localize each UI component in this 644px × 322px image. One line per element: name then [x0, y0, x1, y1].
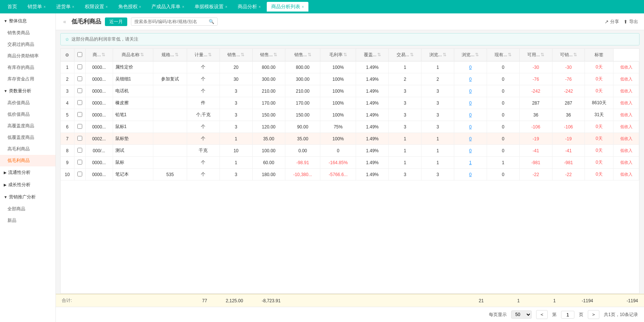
nav-home[interactable]: 首页	[3, 2, 22, 12]
row-checkbox[interactable]	[74, 157, 85, 169]
page-size-select[interactable]: 50 100	[511, 310, 532, 319]
row-browse1[interactable]: 0	[454, 121, 487, 133]
th-qty[interactable]: 销售...⇅	[220, 49, 252, 61]
sidebar-group-quantity[interactable]: ▼ 类数量分析	[0, 85, 55, 97]
row-coverage: 3	[389, 85, 422, 97]
next-page-btn[interactable]: ＞	[588, 310, 599, 319]
nav-permissions-close[interactable]: ×	[106, 5, 108, 9]
export-action[interactable]: ⬆ 导出	[624, 19, 638, 25]
sidebar-item-all-goods[interactable]: 全部商品	[0, 203, 55, 215]
nav-product-analysis[interactable]: 商品分析 ×	[233, 2, 265, 12]
nav-product-inbound-close[interactable]: ×	[182, 5, 184, 9]
sidebar-item-category-rate[interactable]: 商品分类助销率	[0, 50, 55, 62]
th-spec[interactable]: 规格...⇅	[153, 49, 187, 61]
row-checkbox[interactable]	[74, 97, 85, 109]
sidebar-item-sales-goods[interactable]: 销售类商品	[0, 27, 55, 39]
row-browse1[interactable]: 0	[454, 73, 487, 85]
row-trade: 3	[422, 169, 454, 181]
nav-roles[interactable]: 角色授权 ×	[114, 2, 146, 12]
data-table-wrapper[interactable]: ⚙ 商...⇅ 商品名称⇅ 规格...⇅ 计量...⇅ 销售...⇅ 销售...…	[60, 48, 640, 294]
nav-sales[interactable]: 销货单 ×	[23, 2, 50, 12]
row-code: 000/...	[85, 145, 113, 157]
row-amount: 170.00	[285, 97, 320, 109]
th-amount[interactable]: 销售...⇅	[285, 49, 320, 61]
sidebar-group-growth[interactable]: ▶ 成长性分析	[0, 179, 55, 191]
th-trade[interactable]: 交易...⇅	[389, 49, 422, 61]
row-browse2: 0	[487, 121, 519, 133]
sidebar-group-overall[interactable]: ▼ 整体信息	[0, 15, 55, 27]
th-days[interactable]: 可销...⇅	[552, 49, 585, 61]
row-checkbox[interactable]	[74, 85, 85, 97]
sidebar-item-traded-goods[interactable]: 交易过的商品	[0, 39, 55, 50]
sidebar-item-capital-occupy[interactable]: 库存资金占用	[0, 73, 55, 85]
sidebar-item-low-coverage[interactable]: 低覆盖度商品	[0, 132, 55, 143]
th-price[interactable]: 销售...⇅	[252, 49, 285, 61]
row-gross: 1.49%	[356, 109, 389, 121]
row-browse1[interactable]: 0	[454, 169, 487, 181]
th-code[interactable]: 商...⇅	[85, 49, 113, 61]
row-browse1[interactable]: 1	[454, 157, 487, 169]
th-browse2[interactable]: 浏览...⇅	[454, 49, 487, 61]
row-browse1[interactable]: 0	[454, 85, 487, 97]
row-checkbox[interactable]	[74, 73, 85, 85]
row-spec	[153, 109, 187, 121]
th-gross-rate[interactable]: 毛利率⇅	[320, 49, 356, 61]
search-input[interactable]	[134, 19, 209, 24]
row-checkbox[interactable]	[74, 61, 85, 73]
row-browse1[interactable]: 0	[454, 97, 487, 109]
row-checkbox[interactable]	[74, 109, 85, 121]
row-stock: 287	[519, 97, 552, 109]
row-pct: 100%	[320, 133, 356, 145]
search-icon[interactable]: 🔍	[209, 19, 214, 24]
nav-template-settings-close[interactable]: ×	[225, 5, 227, 9]
row-checkbox[interactable]	[74, 169, 85, 181]
sidebar-item-stock-goods[interactable]: 有库存的商品	[0, 62, 55, 73]
nav-sales-close[interactable]: ×	[44, 5, 46, 9]
share-action[interactable]: ↗ 分享	[605, 19, 619, 25]
sidebar-item-high-coverage[interactable]: 高覆盖度商品	[0, 120, 55, 132]
th-avail[interactable]: 可用...⇅	[519, 49, 552, 61]
sidebar-item-new-goods[interactable]: 新品	[0, 215, 55, 226]
nav-product-analysis-close[interactable]: ×	[259, 5, 261, 9]
nav-purchase[interactable]: 进货单 ×	[52, 2, 79, 12]
th-coverage[interactable]: 覆盖...⇅	[356, 49, 389, 61]
row-checkbox[interactable]	[74, 145, 85, 157]
row-browse1[interactable]: 0	[454, 109, 487, 121]
page-number-input[interactable]	[561, 311, 574, 319]
footer-price: 2,125.00	[226, 298, 243, 303]
th-stock[interactable]: 现有...⇅	[487, 49, 519, 61]
row-browse1[interactable]: 0	[454, 61, 487, 73]
sidebar-collapse-btn[interactable]: «	[62, 17, 68, 26]
sidebar-item-low-gross[interactable]: 低毛利商品	[0, 155, 55, 166]
nav-permissions[interactable]: 权限设置 ×	[80, 2, 112, 12]
nav-purchase-close[interactable]: ×	[72, 5, 74, 9]
filter-recent-month-btn[interactable]: 近一月	[105, 17, 127, 26]
nav-product-analysis-list-close[interactable]: ×	[302, 5, 304, 9]
row-no: 3	[61, 85, 74, 97]
row-coverage: 3	[389, 169, 422, 181]
sidebar-item-low-value[interactable]: 低价值商品	[0, 109, 55, 120]
th-settings[interactable]: ⚙	[61, 49, 74, 61]
th-checkbox[interactable]	[74, 49, 85, 61]
sidebar-group-marketing[interactable]: ▼ 营销推广分析	[0, 191, 55, 203]
th-name[interactable]: 商品名称⇅	[113, 49, 153, 61]
row-browse1[interactable]: 0	[454, 145, 487, 157]
th-tag[interactable]: 标签	[585, 49, 613, 61]
sidebar-item-high-value[interactable]: 高价值商品	[0, 97, 55, 109]
prev-page-btn[interactable]: ＜	[536, 310, 548, 319]
nav-product-inbound[interactable]: 产成品入库单 ×	[147, 2, 189, 12]
row-checkbox[interactable]	[74, 121, 85, 133]
row-amount: 210.00	[285, 85, 320, 97]
th-browse1[interactable]: 浏览...⇅	[422, 49, 454, 61]
row-checkbox[interactable]	[74, 133, 85, 145]
page-header-right: ↗ 分享 ⬆ 导出	[605, 19, 638, 25]
row-amount: 800.00	[285, 61, 320, 73]
nav-product-analysis-list[interactable]: 商品分析列表 ×	[267, 2, 308, 12]
th-unit[interactable]: 计量...⇅	[187, 49, 220, 61]
nav-roles-close[interactable]: ×	[139, 5, 141, 9]
row-browse1[interactable]: 0	[454, 133, 487, 145]
select-all-checkbox[interactable]	[77, 52, 82, 57]
sidebar-group-circulation[interactable]: ▶ 流通性分析	[0, 166, 55, 179]
sidebar-item-high-gross[interactable]: 高毛利商品	[0, 143, 55, 155]
nav-template-settings[interactable]: 单据模板设置 ×	[190, 2, 232, 12]
